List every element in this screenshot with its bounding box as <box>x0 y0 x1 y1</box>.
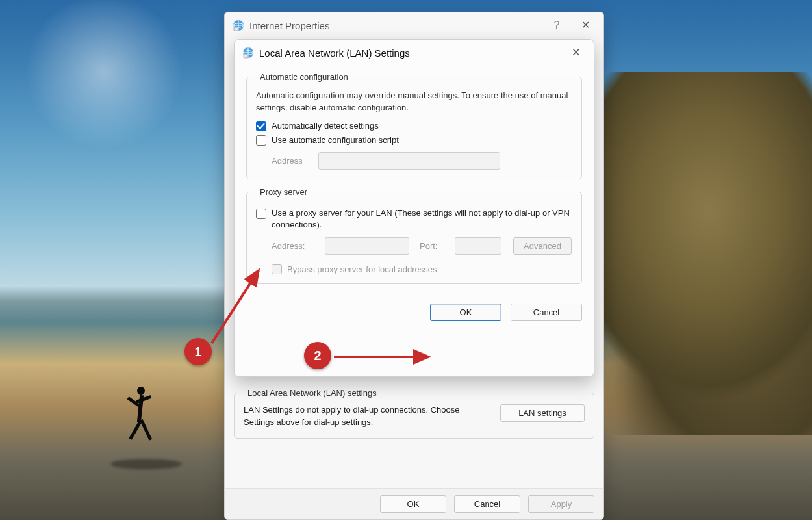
close-icon: ✕ <box>581 20 590 31</box>
child-titlebar[interactable]: Local Area Network (LAN) Settings ✕ <box>235 40 594 66</box>
lan-settings-desc: LAN Settings do not apply to dial-up con… <box>244 404 488 429</box>
automatic-configuration-group: Automatic configuration Automatic config… <box>246 72 582 179</box>
parent-apply-button: Apply <box>528 495 594 513</box>
bypass-row: Bypass proxy server for local addresses <box>272 264 572 274</box>
auto-detect-label: Automatically detect settings <box>272 121 379 131</box>
parent-titlebar[interactable]: Internet Properties ? ✕ <box>225 12 603 38</box>
desktop-wallpaper: Internet Properties ? ✕ Local Area Netwo… <box>0 0 812 520</box>
parent-cancel-button[interactable]: Cancel <box>454 495 520 513</box>
auto-detect-row[interactable]: Automatically detect settings <box>256 121 572 131</box>
proxy-address-label: Address: <box>272 241 318 251</box>
child-cancel-button[interactable]: Cancel <box>511 304 582 321</box>
child-button-bar: OK Cancel <box>235 298 594 330</box>
child-title: Local Area Network (LAN) Settings <box>259 47 561 58</box>
proxy-address-row: Address: Port: Advanced <box>272 237 572 255</box>
script-address-label: Address <box>272 156 318 166</box>
script-address-row: Address <box>272 152 572 170</box>
proxy-address-input <box>325 237 409 255</box>
parent-title: Internet Properties <box>249 20 542 31</box>
automatic-configuration-desc: Automatic configuration may override man… <box>256 90 572 114</box>
use-script-label: Use automatic configuration script <box>272 135 399 145</box>
bypass-label: Bypass proxy server for local addresses <box>287 265 437 274</box>
proxy-port-label: Port: <box>420 241 448 251</box>
advanced-button: Advanced <box>513 237 572 255</box>
close-icon: ✕ <box>572 47 580 58</box>
help-icon: ? <box>554 20 560 31</box>
proxy-port-input <box>455 237 501 255</box>
annotation-arrow-1 <box>208 265 279 352</box>
svg-rect-2 <box>234 27 238 31</box>
proxy-server-legend: Proxy server <box>256 187 311 197</box>
use-proxy-label: Use a proxy server for your LAN (These s… <box>272 207 572 231</box>
child-ok-button[interactable]: OK <box>430 304 501 321</box>
auto-detect-checkbox[interactable] <box>256 121 266 131</box>
lan-settings-group: Local Area Network (LAN) settings LAN Se… <box>234 388 594 439</box>
lan-settings-legend: Local Area Network (LAN) settings <box>244 388 381 398</box>
close-button[interactable]: ✕ <box>571 16 600 35</box>
use-script-row[interactable]: Use automatic configuration script <box>256 135 572 146</box>
use-proxy-row[interactable]: Use a proxy server for your LAN (These s… <box>256 207 572 231</box>
child-content: Automatic configuration Automatic config… <box>235 66 594 298</box>
use-script-checkbox[interactable] <box>256 135 266 146</box>
annotation-1-text: 1 <box>194 344 201 359</box>
svg-line-6 <box>212 270 259 343</box>
proxy-server-group: Proxy server Use a proxy server for your… <box>246 187 582 284</box>
lan-settings-dialog: Local Area Network (LAN) Settings ✕ Auto… <box>234 39 594 377</box>
parent-lower-panel: Local Area Network (LAN) settings LAN Se… <box>234 384 594 447</box>
help-button[interactable]: ? <box>542 16 571 35</box>
annotation-arrow-2 <box>333 352 437 363</box>
lan-settings-button[interactable]: LAN settings <box>500 404 585 422</box>
automatic-configuration-legend: Automatic configuration <box>256 72 352 82</box>
script-address-input <box>318 152 500 170</box>
wallpaper-runner-shadow <box>110 459 182 469</box>
annotation-badge-2: 2 <box>304 342 331 369</box>
wallpaper-runner <box>120 384 166 462</box>
use-proxy-checkbox[interactable] <box>256 209 266 219</box>
annotation-2-text: 2 <box>314 348 321 363</box>
child-close-button[interactable]: ✕ <box>561 43 590 62</box>
globe-icon <box>233 20 244 31</box>
svg-rect-5 <box>244 55 248 58</box>
parent-button-bar: OK Cancel Apply <box>225 488 603 519</box>
parent-ok-button[interactable]: OK <box>380 495 446 513</box>
globe-icon <box>242 47 254 58</box>
